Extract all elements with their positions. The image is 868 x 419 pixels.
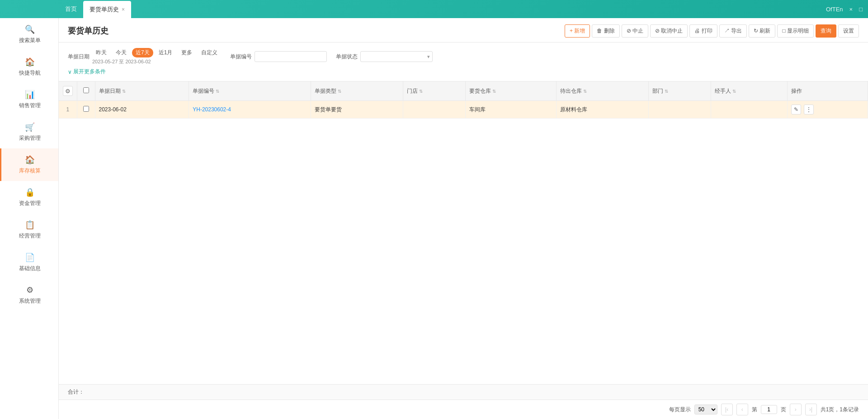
- sidebar-item-search[interactable]: 🔍 搜索菜单: [0, 18, 58, 51]
- new-button[interactable]: + 新增: [565, 24, 590, 38]
- sort-icon-department[interactable]: ⇅: [665, 89, 668, 94]
- sidebar-item-inventory[interactable]: 🏠 库存核算: [0, 148, 58, 181]
- expand-icon: ∨: [68, 69, 72, 75]
- sort-icon-handler[interactable]: ⇅: [732, 89, 736, 94]
- table-body: 1 2023-06-02 YH-20230602-4 要货单要货 车间库 原材料…: [59, 101, 868, 119]
- select-all-checkbox[interactable]: [83, 87, 89, 93]
- date-opt-today[interactable]: 今天: [112, 48, 130, 57]
- data-table: ⚙ 单据日期 ⇅ 单据编号: [59, 81, 868, 119]
- date-opt-yesterday[interactable]: 昨天: [92, 48, 110, 57]
- often-label: OfTEn: [826, 6, 843, 13]
- window-close-icon[interactable]: ×: [849, 6, 853, 13]
- purchase-icon: 🛒: [25, 122, 35, 132]
- window-maximize-icon[interactable]: □: [859, 6, 863, 13]
- date-options: 昨天 今天 近7天 近1月 更多 自定义 2023-05-27 至 2023-0…: [92, 48, 221, 65]
- sort-icon-req-warehouse[interactable]: ⇅: [492, 89, 496, 94]
- date-opt-custom[interactable]: 自定义: [198, 48, 221, 57]
- sort-icon-store[interactable]: ⇅: [419, 89, 423, 94]
- search-icon: 🔍: [25, 24, 35, 34]
- sidebar-item-shortcut[interactable]: 🏠 快捷导航: [0, 51, 58, 83]
- total-info: 共1页，1条记录: [821, 406, 859, 414]
- inventory-icon: 🏠: [25, 155, 35, 165]
- sidebar-item-operation[interactable]: 📋 经营管理: [0, 214, 58, 246]
- sort-icon-number[interactable]: ⇅: [216, 89, 219, 94]
- pagination: 每页显示 10 20 50 100 |‹ ‹ 第 页 › ›| 共1页，1条记录: [59, 400, 868, 419]
- status-label: 单据状态: [336, 53, 358, 61]
- sidebar-item-system[interactable]: ⚙ 系统管理: [0, 279, 58, 311]
- sidebar-item-basic[interactable]: 📄 基础信息: [0, 246, 58, 279]
- refresh-button[interactable]: ↻ 刷新: [749, 24, 775, 38]
- total-label: 合计：: [68, 388, 84, 396]
- row-actions: ✎ ⋮: [788, 101, 868, 119]
- th-checkbox: [77, 81, 95, 101]
- date-opt-more[interactable]: 更多: [178, 48, 196, 57]
- prev-page-button[interactable]: ‹: [736, 404, 748, 415]
- table-footer: 合计：: [59, 384, 868, 400]
- edit-action-icon[interactable]: ✎: [791, 105, 801, 114]
- page-header: 要货单历史 + 新增 🗑 删除 ⊘ 中止 ⊘ 取消中止 🖨 打印 ↗ 导出 ↻ …: [59, 18, 868, 43]
- filter-row: 单据日期 昨天 今天 近7天 近1月 更多 自定义 2023-05-27 至 2…: [68, 48, 859, 65]
- row-doc-type: 要货单要货: [311, 101, 403, 119]
- export-button[interactable]: ↗ 导出: [719, 24, 747, 38]
- page-size-select[interactable]: 10 20 50 100: [694, 405, 717, 414]
- query-button[interactable]: 查询: [816, 24, 836, 38]
- page-number-input[interactable]: [761, 405, 777, 414]
- th-settings[interactable]: ⚙: [59, 81, 77, 101]
- settings-button[interactable]: 设置: [838, 24, 859, 38]
- doc-number-label: 单据编号: [230, 53, 252, 61]
- print-button[interactable]: 🖨 打印: [689, 24, 717, 38]
- th-doc-number: 单据编号 ⇅: [189, 81, 311, 101]
- home-icon: 🏠: [25, 57, 35, 67]
- close-tab-icon[interactable]: ×: [122, 6, 125, 13]
- page-title: 要货单历史: [68, 25, 108, 36]
- active-tab[interactable]: 要货单历史 ×: [83, 1, 131, 18]
- th-store: 门店 ⇅: [403, 81, 465, 101]
- next-page-button[interactable]: ›: [790, 404, 802, 415]
- filter-area: 单据日期 昨天 今天 近7天 近1月 更多 自定义 2023-05-27 至 2…: [59, 43, 868, 81]
- main-layout: 🔍 搜索菜单 🏠 快捷导航 📊 销售管理 🛒 采购管理 🏠 库存核算 🔒 资金管…: [0, 18, 868, 419]
- row-req-warehouse: 车间库: [465, 101, 556, 119]
- status-filter: 单据状态: [336, 51, 433, 62]
- stop-button[interactable]: ⊘ 中止: [622, 24, 648, 38]
- row-doc-number: YH-20230602-4: [189, 101, 311, 119]
- th-doc-date: 单据日期 ⇅: [95, 81, 189, 101]
- column-settings-icon[interactable]: ⚙: [63, 86, 73, 96]
- doc-number-input[interactable]: [255, 51, 327, 62]
- table-container: ⚙ 单据日期 ⇅ 单据编号: [59, 81, 868, 384]
- sidebar-item-finance[interactable]: 🔒 资金管理: [0, 181, 58, 214]
- date-range: 2023-05-27 至 2023-06-02: [92, 58, 221, 65]
- sort-icon-pending-warehouse[interactable]: ⇅: [583, 89, 587, 94]
- th-req-warehouse: 要货仓库 ⇅: [465, 81, 556, 101]
- row-select-checkbox[interactable]: [83, 106, 89, 112]
- more-action-icon[interactable]: ⋮: [804, 105, 814, 114]
- toolbar: + 新增 🗑 删除 ⊘ 中止 ⊘ 取消中止 🖨 打印 ↗ 导出 ↻ 刷新 □ 显…: [565, 24, 859, 42]
- last-page-button[interactable]: ›|: [805, 404, 817, 415]
- first-page-button[interactable]: |‹: [721, 404, 733, 415]
- doc-number-filter: 单据编号: [230, 51, 327, 62]
- page-size-label: 每页显示: [669, 406, 691, 414]
- th-department: 部门 ⇅: [649, 81, 711, 101]
- date-opt-7days[interactable]: 近7天: [132, 48, 153, 57]
- row-doc-date: 2023-06-02: [95, 101, 189, 119]
- row-handler: [711, 101, 788, 119]
- date-options-row: 昨天 今天 近7天 近1月 更多 自定义: [92, 48, 221, 57]
- home-tab[interactable]: 首页: [59, 5, 83, 13]
- sales-icon: 📊: [25, 90, 35, 100]
- display-detail-button[interactable]: □ 显示明细: [777, 24, 814, 38]
- delete-button[interactable]: 🗑 删除: [592, 24, 619, 38]
- sidebar-item-purchase[interactable]: 🛒 采购管理: [0, 116, 58, 148]
- cancel-stop-button[interactable]: ⊘ 取消中止: [650, 24, 688, 38]
- sort-icon-type[interactable]: ⇅: [338, 89, 341, 94]
- row-index: 1: [59, 101, 77, 119]
- status-select[interactable]: [360, 51, 433, 62]
- content-area: 要货单历史 + 新增 🗑 删除 ⊘ 中止 ⊘ 取消中止 🖨 打印 ↗ 导出 ↻ …: [59, 18, 868, 419]
- finance-icon: 🔒: [25, 187, 35, 197]
- expand-more[interactable]: ∨ 展开更多条件: [68, 65, 859, 76]
- sort-icon-date[interactable]: ⇅: [122, 89, 126, 94]
- system-icon: ⚙: [26, 285, 33, 295]
- sidebar-item-sales[interactable]: 📊 销售管理: [0, 83, 58, 116]
- doc-number-link[interactable]: YH-20230602-4: [193, 106, 231, 113]
- sidebar: 🔍 搜索菜单 🏠 快捷导航 📊 销售管理 🛒 采购管理 🏠 库存核算 🔒 资金管…: [0, 18, 59, 419]
- date-filter: 单据日期 昨天 今天 近7天 近1月 更多 自定义 2023-05-27 至 2…: [68, 48, 221, 65]
- date-opt-1month[interactable]: 近1月: [155, 48, 176, 57]
